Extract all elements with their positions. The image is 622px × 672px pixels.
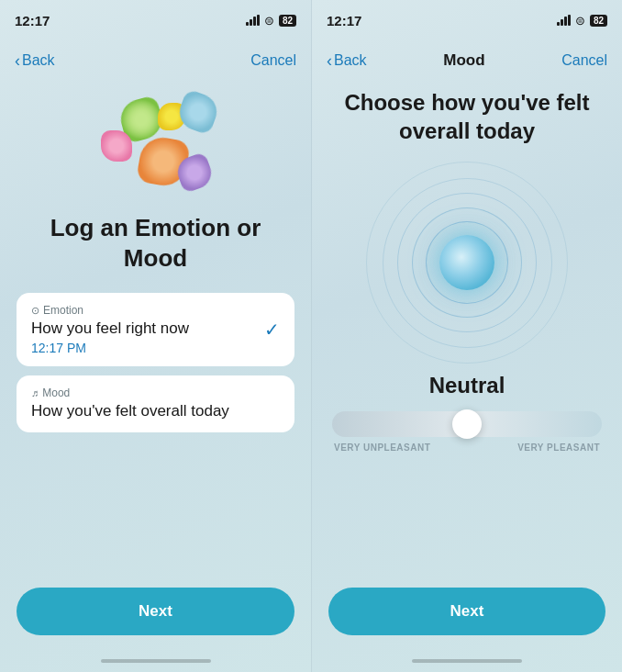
flower-lightblue — [174, 88, 221, 135]
mood-option-card[interactable]: ♬ Mood How you've felt overall today — [17, 375, 294, 432]
back-button-right[interactable]: ‹ Back — [327, 52, 367, 69]
nav-bar-right: ‹ Back Mood Cancel — [312, 40, 622, 81]
status-bar-right: 12:17 ⊜ 82 — [312, 0, 622, 40]
slider-labels: VERY UNPLEASANT VERY PLEASANT — [332, 442, 602, 453]
home-indicator-left — [101, 659, 211, 663]
wifi-icon-right: ⊜ — [575, 14, 585, 28]
emotion-label-text: Emotion — [43, 304, 83, 317]
emotion-option-subtitle: 12:17 PM — [31, 341, 280, 355]
next-button-left[interactable]: Next — [17, 588, 294, 635]
check-icon: ✓ — [264, 319, 280, 341]
right-panel: 12:17 ⊜ 82 ‹ Back Mood Cancel Choose how… — [311, 0, 622, 672]
cancel-button-left[interactable]: Cancel — [250, 52, 296, 69]
back-button-left[interactable]: ‹ Back — [15, 52, 55, 69]
chevron-left-icon: ‹ — [15, 52, 20, 69]
status-bar-left: 12:17 ⊜ 82 — [0, 0, 311, 40]
mood-visual — [366, 162, 568, 364]
slider-thumb[interactable] — [452, 409, 482, 439]
status-icons-left: ⊜ 82 — [246, 14, 296, 28]
left-panel: 12:17 ⊜ 82 ‹ Back Cancel Log an Emotion … — [0, 0, 311, 672]
emotion-option-label: ⊙ Emotion — [31, 304, 280, 317]
page-title-right: Choose how you've felt overall today — [312, 88, 622, 145]
mood-icon: ♬ — [31, 387, 39, 398]
signal-icon — [246, 15, 260, 26]
options-list: ⊙ Emotion How you feel right now 12:17 P… — [0, 293, 311, 432]
mood-option-title: How you've felt overall today — [31, 401, 280, 421]
flowers-illustration — [83, 90, 229, 209]
mood-option-label: ♬ Mood — [31, 386, 280, 399]
signal-icon-right — [557, 15, 571, 26]
flower-pink — [101, 130, 132, 162]
cancel-button-right[interactable]: Cancel — [561, 52, 607, 69]
slider-track[interactable] — [332, 411, 602, 437]
mood-slider-container: VERY UNPLEASANT VERY PLEASANT — [328, 411, 605, 453]
emotion-icon: ⊙ — [31, 305, 39, 317]
back-label-left: Back — [22, 52, 55, 69]
wifi-icon: ⊜ — [264, 14, 274, 28]
nav-title-right: Mood — [443, 51, 484, 70]
mood-value-label: Neutral — [429, 373, 505, 398]
status-icons-right: ⊜ 82 — [557, 14, 607, 28]
status-time-left: 12:17 — [15, 13, 50, 28]
page-title-left: Log an Emotion or Mood — [0, 213, 311, 273]
battery-badge-right: 82 — [590, 15, 607, 27]
slider-max-label: VERY PLEASANT — [517, 442, 600, 453]
next-button-right[interactable]: Next — [328, 588, 605, 635]
home-indicator-right — [412, 659, 522, 663]
mood-label-text: Mood — [42, 386, 70, 399]
emotion-option-title: How you feel right now — [31, 319, 280, 339]
mood-core — [439, 235, 494, 290]
status-time-right: 12:17 — [327, 13, 361, 28]
nav-bar-left: ‹ Back Cancel — [0, 40, 311, 81]
back-label-right: Back — [334, 52, 367, 69]
battery-badge-left: 82 — [279, 15, 296, 27]
chevron-left-icon-right: ‹ — [327, 52, 332, 69]
slider-min-label: VERY UNPLEASANT — [334, 442, 430, 453]
emotion-option-card[interactable]: ⊙ Emotion How you feel right now 12:17 P… — [17, 293, 294, 366]
